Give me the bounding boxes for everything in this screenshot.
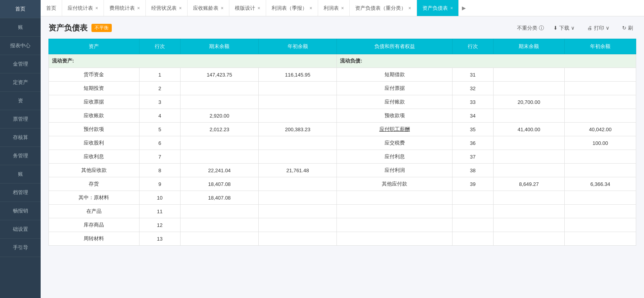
tab-profit-quarterly-close[interactable]: × (309, 5, 312, 11)
table-row: 预付款项 5 2,012.23 200,383.23 应付职工薪酬 35 41,… (49, 123, 636, 136)
left-item-label[interactable]: 应收利息 (49, 150, 140, 164)
sidebar-item-inventory[interactable]: 存核算 (0, 128, 41, 147)
right-year-start (565, 68, 636, 82)
table-row: 存货 9 18,407.08 其他应付款 39 8,649.27 6,366.3… (49, 177, 636, 191)
tab-balance-reclassify-close[interactable]: × (408, 5, 411, 11)
right-row-num (452, 232, 493, 246)
download-button[interactable]: ⬇ 下载 ∨ (550, 23, 578, 33)
left-item-label: 其中：原材料 (49, 191, 140, 205)
right-end-balance (493, 109, 565, 123)
left-year-start: 21,761.48 (259, 164, 337, 177)
print-label: 打印 (594, 25, 604, 32)
right-row-num (452, 205, 493, 218)
tab-expense[interactable]: 费用统计表 × (104, 0, 146, 16)
sidebar-item-ticket[interactable]: 票管理 (0, 110, 41, 128)
sidebar-item-ledger[interactable]: 账 (0, 165, 41, 184)
left-item-label[interactable]: 预付款项 (49, 123, 140, 136)
header-row-num2: 行次 (452, 39, 493, 54)
sidebar-item-home[interactable]: 首页 (0, 0, 41, 18)
right-end-balance: 41,400.00 (493, 123, 565, 136)
right-year-start (565, 232, 636, 246)
refresh-button[interactable]: ↻ 刷 (619, 23, 636, 33)
sidebar-item-report-center[interactable]: 报表中心 (0, 37, 41, 55)
left-item-label: 库存商品 (49, 218, 140, 232)
header-end-balance: 期末余额 (180, 39, 258, 54)
sidebar-item-fund[interactable]: 金管理 (0, 55, 41, 73)
sidebar-item-expense[interactable]: 务管理 (0, 147, 41, 165)
tab-profit-quarterly[interactable]: 利润表（季报） × (266, 0, 318, 16)
tab-template[interactable]: 模版设计 × (229, 0, 266, 16)
tab-home-label: 首页 (46, 5, 56, 12)
sidebar-item-account[interactable]: 账 (0, 18, 41, 37)
right-end-balance (493, 191, 565, 205)
tab-payable[interactable]: 应付统计表 × (62, 0, 104, 16)
left-end-balance (180, 136, 258, 150)
tab-balance-reclassify[interactable]: 资产负债表（重分类） × (350, 0, 417, 16)
left-year-start (259, 82, 337, 95)
tab-profit-quarterly-label: 利润表（季报） (272, 5, 307, 12)
sidebar-item-fixed-assets[interactable]: 定资产 (0, 73, 41, 92)
left-end-balance (180, 150, 258, 164)
left-year-start (259, 95, 337, 109)
right-year-start: 100.00 (565, 136, 636, 150)
tab-expense-close[interactable]: × (137, 5, 140, 11)
tab-payable-close[interactable]: × (95, 5, 98, 11)
main-area: 首页 应付统计表 × 费用统计表 × 经营状况表 × 应收账龄表 × 模版设计 … (41, 0, 644, 298)
header-end-balance2: 期末余额 (493, 39, 565, 54)
sidebar-item-archive[interactable]: 档管理 (0, 184, 41, 202)
tab-balance-close[interactable]: × (450, 5, 453, 11)
sidebar-item-crm[interactable]: 畅报销 (0, 202, 41, 220)
refresh-icon: ↻ (622, 25, 626, 31)
table-row: 周转材料 13 (49, 232, 636, 246)
tab-scroll-arrow[interactable]: ▶ (459, 5, 469, 11)
left-year-start (259, 205, 337, 218)
left-item-label[interactable]: 短期投资 (49, 82, 140, 95)
tab-receivable-aging-close[interactable]: × (221, 5, 224, 11)
left-end-balance: 2,920.00 (180, 109, 258, 123)
right-end-balance (493, 150, 565, 164)
tab-balance-label: 资产负债表 (422, 5, 448, 12)
left-row-num: 10 (139, 191, 180, 205)
tab-operation[interactable]: 经营状况表 × (146, 0, 188, 16)
left-item-label[interactable]: 其他应收款 (49, 164, 140, 177)
tab-payable-label: 应付统计表 (68, 5, 93, 12)
right-end-balance (493, 218, 565, 232)
left-row-num: 12 (139, 218, 180, 232)
left-end-balance (180, 82, 258, 95)
left-item-label[interactable]: 应收票据 (49, 95, 140, 109)
right-item-label[interactable]: 应付职工薪酬 (337, 123, 452, 136)
sidebar: 首页 账 报表中心 金管理 定资产 资 票管理 存核算 务管理 账 档管理 畅报… (0, 0, 41, 298)
tab-receivable-aging-label: 应收账龄表 (193, 5, 218, 12)
tab-profit-close[interactable]: × (341, 5, 344, 11)
left-item-label[interactable]: 存货 (49, 177, 140, 191)
page-title-area: 资产负债表 不平衡 (48, 23, 112, 33)
section-right-label: 流动负债: (337, 54, 636, 68)
tab-receivable-aging[interactable]: 应收账龄表 × (188, 0, 229, 16)
help-icon[interactable]: ⓘ (539, 25, 544, 32)
right-item-label (337, 191, 452, 205)
tab-operation-close[interactable]: × (179, 5, 182, 11)
tab-template-close[interactable]: × (258, 5, 260, 11)
left-end-balance (180, 232, 258, 246)
left-row-num: 7 (139, 150, 180, 164)
left-item-label[interactable]: 货币资金 (49, 68, 140, 82)
left-item-label[interactable]: 应收股利 (49, 136, 140, 150)
table-row: 库存商品 12 (49, 218, 636, 232)
page-header: 资产负债表 不平衡 不重分类 ⓘ ⬇ 下载 ∨ 🖨 打印 ∨ (48, 23, 636, 33)
header-year-start2: 年初余额 (565, 39, 636, 54)
sidebar-item-investment[interactable]: 资 (0, 92, 41, 110)
content-area: 资产负债表 不平衡 不重分类 ⓘ ⬇ 下载 ∨ 🖨 打印 ∨ (41, 16, 644, 298)
table-row: 其中：原材料 10 18,407.08 (49, 191, 636, 205)
tab-profit[interactable]: 利润表 × (318, 0, 350, 16)
sidebar-item-guide[interactable]: 手引导 (0, 239, 41, 257)
tab-bar: 首页 应付统计表 × 费用统计表 × 经营状况表 × 应收账龄表 × 模版设计 … (41, 0, 644, 16)
no-reclassify-toggle[interactable]: 不重分类 ⓘ (517, 25, 544, 32)
tab-balance[interactable]: 资产负债表 × (417, 0, 459, 16)
right-year-start: 6,366.34 (565, 177, 636, 191)
tab-home[interactable]: 首页 (41, 0, 62, 16)
sidebar-item-settings[interactable]: 础设置 (0, 220, 41, 239)
left-item-label[interactable]: 应收账款 (49, 109, 140, 123)
right-item-label: 应付利息 (337, 150, 452, 164)
print-button[interactable]: 🖨 打印 ∨ (584, 23, 613, 33)
right-row-num: 38 (452, 164, 493, 177)
